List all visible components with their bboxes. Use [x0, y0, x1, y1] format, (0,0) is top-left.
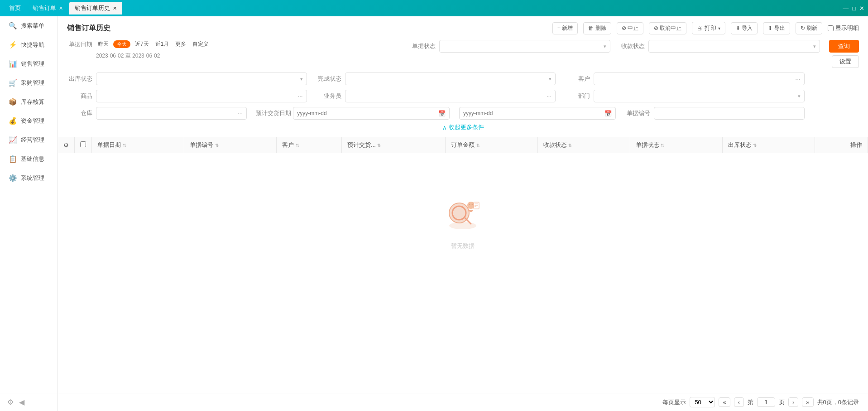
date-label: 单据日期 [67, 40, 92, 48]
sidebar-item-purchase-label: 采购管理 [21, 79, 44, 87]
expected-date-from-input[interactable] [297, 110, 436, 116]
order-status-select[interactable]: ▾ [439, 40, 611, 53]
empty-state: 暂无数据 [58, 153, 868, 286]
display-detail-checkbox[interactable] [828, 25, 834, 31]
date-more-btn[interactable]: 更多 [173, 40, 188, 48]
col-date[interactable]: 单据日期 ⇅ [92, 137, 184, 153]
sidebar-item-basic-info[interactable]: 📋 基础信息 [0, 150, 58, 169]
cancel-stop-btn[interactable]: ⊘ 取消中止 [649, 22, 686, 34]
sidebar-item-system[interactable]: ⚙️ 系统管理 [0, 169, 58, 188]
delete-btn[interactable]: 🗑 删除 [583, 22, 611, 34]
salesperson-input[interactable]: ··· [345, 90, 556, 102]
tab-sales-order-history-label: 销售订单历史 [75, 4, 110, 12]
tab-sales-order[interactable]: 销售订单 ✕ [27, 2, 68, 15]
collapse-row[interactable]: ∧ 收起更多条件 [67, 123, 859, 131]
table-settings-icon[interactable]: ⚙ [63, 142, 69, 149]
new-btn[interactable]: + 新增 [552, 22, 578, 34]
import-btn[interactable]: ⬇ 导入 [731, 22, 758, 34]
print-btn[interactable]: 🖨 打印 ▾ [692, 22, 725, 34]
first-page-btn[interactable]: « [719, 397, 730, 407]
sidebar-item-quick-nav[interactable]: ⚡ 快捷导航 [0, 35, 58, 54]
col-date-sort-icon[interactable]: ⇅ [123, 143, 126, 148]
col-amount-label: 订单金额 [451, 141, 475, 148]
customer-input[interactable]: ··· [594, 73, 805, 85]
goods-input[interactable]: ··· [96, 90, 307, 102]
last-page-btn[interactable]: » [802, 397, 813, 407]
payment-status-select[interactable]: ▾ [648, 40, 820, 53]
customer-dots-icon[interactable]: ··· [795, 75, 801, 82]
sidebar-item-purchase[interactable]: 🛒 采购管理 [0, 73, 58, 92]
warehouse-status-filter: 出库状态 ▾ [67, 73, 307, 85]
expected-date-to-input[interactable] [463, 110, 603, 116]
col-amount-sort-icon[interactable]: ⇅ [476, 143, 480, 148]
sidebar-item-operations[interactable]: 📈 经营管理 [0, 131, 58, 150]
page-label: 第 [748, 398, 753, 406]
date-yesterday-btn[interactable]: 昨天 [96, 40, 110, 48]
department-select[interactable]: ▾ [594, 90, 805, 102]
col-order-no[interactable]: 单据编号 ⇅ [184, 137, 276, 153]
sidebar-item-search-menu[interactable]: 🔍 搜索菜单 [0, 16, 58, 35]
sidebar-item-search-menu-label: 搜索菜单 [21, 22, 44, 30]
date-last1month-btn[interactable]: 近1月 [153, 40, 171, 48]
col-checkbox[interactable] [75, 137, 92, 153]
col-order-status-sort-icon[interactable]: ⇅ [661, 143, 664, 148]
tab-sales-order-history[interactable]: 销售订单历史 ✕ [69, 2, 122, 15]
per-page-select[interactable]: 50 10 20 100 [690, 397, 715, 407]
tab-sales-order-history-close[interactable]: ✕ [113, 5, 117, 11]
date-custom-btn[interactable]: 自定义 [191, 40, 211, 48]
col-payment-status-sort-icon[interactable]: ⇅ [568, 143, 572, 148]
stop-btn[interactable]: ⊘ 中止 [617, 22, 643, 34]
goods-dots-icon[interactable]: ··· [297, 92, 303, 100]
date-range-display: 2023-06-02 至 2023-06-02 [96, 52, 160, 60]
warehouse-input[interactable]: ··· [96, 107, 247, 120]
window-close-btn[interactable]: ✕ [859, 5, 864, 12]
sidebar-collapse-icon[interactable]: ◀ [19, 398, 24, 406]
calendar-from-icon[interactable]: 📅 [438, 110, 446, 117]
sales-icon: 📊 [9, 60, 17, 68]
col-expected-date[interactable]: 预计交货... ⇅ [341, 137, 445, 153]
sidebar-item-finance[interactable]: 💰 资金管理 [0, 111, 58, 131]
warehouse-status-select[interactable]: ▾ [96, 73, 307, 85]
tab-home[interactable]: 首页 [4, 2, 26, 15]
operations-icon: 📈 [9, 136, 17, 144]
col-settings[interactable]: ⚙ [58, 137, 75, 153]
sidebar-item-inventory[interactable]: 📦 库存核算 [0, 92, 58, 111]
query-btn[interactable]: 查询 [829, 40, 859, 53]
per-page-label: 每页显示 [662, 398, 686, 406]
date-last7-btn[interactable]: 近7天 [133, 40, 151, 48]
window-maximize-btn[interactable]: □ [852, 5, 856, 12]
calendar-to-icon[interactable]: 📅 [604, 110, 612, 117]
col-order-status[interactable]: 单据状态 ⇅ [630, 137, 722, 153]
prev-page-btn[interactable]: ‹ [734, 397, 744, 407]
order-no-input[interactable] [654, 107, 805, 120]
col-customer-label: 客户 [282, 141, 294, 148]
filter-settings-btn[interactable]: 设置 [832, 55, 859, 68]
col-expected-date-sort-icon[interactable]: ⇅ [377, 143, 381, 148]
tab-sales-order-close[interactable]: ✕ [59, 5, 63, 11]
export-btn[interactable]: ⬆ 导出 [763, 22, 790, 34]
refresh-btn[interactable]: ↻ 刷新 [796, 22, 822, 34]
col-warehouse-status-sort-icon[interactable]: ⇅ [753, 143, 757, 148]
select-all-checkbox[interactable] [80, 141, 86, 147]
sidebar-item-sales[interactable]: 📊 销售管理 [0, 54, 58, 73]
sidebar-settings-icon[interactable]: ⚙ [7, 398, 14, 406]
display-detail-toggle[interactable]: 显示明细 [828, 24, 859, 32]
page-number-input[interactable] [757, 397, 775, 407]
window-minimize-btn[interactable]: — [843, 5, 849, 12]
expected-date-to[interactable]: 📅 [459, 107, 616, 120]
col-warehouse-status[interactable]: 出库状态 ⇅ [722, 137, 815, 153]
salesperson-dots-icon[interactable]: ··· [547, 92, 552, 100]
warehouse-filter: 仓库 ··· [67, 107, 247, 120]
next-page-btn[interactable]: › [788, 397, 798, 407]
basic-info-icon: 📋 [9, 155, 17, 163]
warehouse-dots-icon[interactable]: ··· [238, 110, 243, 117]
col-payment-status[interactable]: 收款状态 ⇅ [537, 137, 630, 153]
col-order-no-sort-icon[interactable]: ⇅ [215, 143, 219, 148]
col-customer-sort-icon[interactable]: ⇅ [296, 143, 299, 148]
col-customer[interactable]: 客户 ⇅ [276, 137, 341, 153]
col-amount[interactable]: 订单金额 ⇅ [445, 137, 537, 153]
complete-status-select[interactable]: ▾ [345, 73, 556, 85]
expected-date-from[interactable]: 📅 [293, 107, 450, 120]
date-today-btn[interactable]: 今天 [113, 40, 130, 48]
order-no-label: 单据编号 [625, 109, 650, 117]
